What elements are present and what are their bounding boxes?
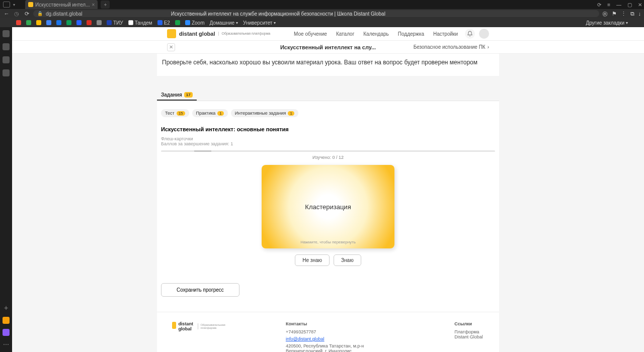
user-avatar[interactable] (479, 29, 489, 39)
footer-contacts-col: Контакты +74993257787 info@distant.globa… (286, 321, 394, 352)
bookmark-icon[interactable]: ⚑ (612, 11, 617, 17)
links-heading: Ссылки (454, 321, 484, 326)
window-titlebar: ▾ Искусственный интел... × + ⟳ ≡ — ▢ ✕ (0, 0, 644, 9)
close-window-icon[interactable]: ✕ (638, 2, 642, 8)
lock-icon: 🔒 (37, 11, 43, 16)
lesson-title: Искусственный интеллект на слу... (280, 44, 376, 50)
flashcard[interactable]: Кластеризация Нажмите, чтобы перевернуть (262, 165, 394, 248)
progress-text: Изучено: 0 / 12 (161, 155, 495, 160)
bookmark-tiu[interactable]: ТИУ (107, 20, 123, 26)
contacts-heading: Контакты (286, 321, 394, 326)
dont-know-button[interactable]: Не знаю (295, 254, 330, 266)
bookmarks-bar: ТИУ Тандем E2 Zoom Домашние ▾ Университе… (0, 18, 644, 27)
sidebar-item[interactable] (3, 30, 10, 37)
footer-links-col: Ссылки Платформа Distant Global (454, 321, 484, 352)
app-logo[interactable]: distant global Образовательная платформа (167, 29, 270, 38)
pill-practice[interactable]: Практика 1 (192, 109, 228, 117)
bookmark-item[interactable] (56, 20, 61, 25)
bookmark-folder-home[interactable]: Домашние ▾ (209, 20, 238, 26)
bookmark-item[interactable] (46, 20, 51, 25)
sidebar-item[interactable] (3, 69, 10, 76)
footer-logo-icon (172, 322, 176, 329)
close-lesson-icon[interactable]: ✕ (167, 43, 175, 51)
close-tab-icon[interactable]: × (92, 2, 95, 8)
history-icon[interactable]: ◷ (13, 10, 20, 17)
sidebar-item[interactable] (3, 56, 10, 63)
footer-logo-text: distant global (178, 321, 196, 331)
bookmark-item[interactable] (87, 20, 92, 25)
app-icon[interactable] (3, 2, 10, 8)
bookmark-tandem[interactable]: Тандем (128, 20, 152, 26)
logo-subtitle: Образовательная платформа (218, 32, 271, 36)
bookmark-item[interactable] (175, 20, 180, 25)
save-progress-button[interactable]: Сохранить прогресс (161, 283, 239, 297)
app-nav: Мое обучение Каталог Календарь Поддержка… (294, 31, 458, 37)
sidebar-add-icon[interactable]: + (4, 304, 8, 312)
maximize-icon[interactable]: ▢ (627, 2, 632, 8)
tasks-count-badge: 17 (184, 92, 193, 98)
next-lesson-link[interactable]: Безопасное использование ПК › (414, 44, 489, 50)
know-button[interactable]: Знаю (334, 254, 361, 266)
browser-sidebar: + ⋯ (0, 27, 12, 352)
pill-test[interactable]: Тест 15 (161, 109, 189, 117)
nav-my-learning[interactable]: Мое обучение (294, 31, 327, 37)
page-footer: distant global Образовательная платформа… (157, 312, 499, 352)
pill-interactive[interactable]: Интерактивные задания 1 (231, 109, 298, 117)
favicon-icon (28, 2, 33, 7)
bookmark-item[interactable] (26, 20, 31, 25)
page-title: Искусственный интеллект на службе информ… (171, 11, 385, 17)
sidebar-item[interactable] (3, 43, 10, 50)
reload-icon[interactable]: ⟳ (23, 10, 30, 17)
task-type-pills: Тест 15 Практика 1 Интерактивные задания… (161, 109, 495, 117)
page-viewport: distant global Образовательная платформа… (12, 27, 644, 352)
minimize-icon[interactable]: — (616, 2, 621, 8)
bookmark-zoom[interactable]: Zoom (185, 20, 205, 26)
new-tab-button[interactable]: + (101, 1, 110, 9)
sidebar-item[interactable] (3, 317, 10, 324)
bookmark-item[interactable] (76, 20, 82, 25)
flashcard-term: Кластеризация (305, 203, 351, 211)
platform-link[interactable]: Платформа Distant Global (454, 329, 484, 339)
logo-text: distant global (179, 31, 215, 37)
nav-calendar[interactable]: Календарь (363, 31, 388, 37)
instruction-text: Проверьте себя, насколько хорошо вы усво… (157, 54, 499, 76)
bookmark-item[interactable] (97, 20, 102, 25)
footer-logo-col: distant global Образовательная платформа (172, 321, 225, 352)
bookmark-folder-university[interactable]: Университет ▾ (243, 20, 276, 26)
url-text: dg.distant.global (46, 11, 83, 17)
bookmark-item[interactable] (16, 20, 21, 25)
app-header: distant global Образовательная платформа… (12, 27, 644, 41)
sync-icon[interactable]: ⟳ (597, 2, 601, 8)
kebab-icon[interactable]: ⋮ (621, 11, 626, 17)
other-bookmarks[interactable]: Другие закладки ▾ (586, 20, 628, 26)
tasks-tabs: Задания 17 (157, 90, 499, 101)
address-bar[interactable]: 🔒 dg.distant.global Искусственный интелл… (33, 10, 599, 17)
sidebar-more-icon[interactable]: ⋯ (3, 341, 9, 348)
tab-title: Искусственный интел... (35, 2, 90, 8)
section-title: Искусственный интеллект: основные поняти… (161, 126, 495, 132)
nav-settings[interactable]: Настройки (433, 31, 458, 37)
extensions-icon[interactable]: ⧉ (630, 11, 634, 17)
notifications-icon[interactable] (465, 29, 475, 39)
tab-tasks[interactable]: Задания 17 (157, 90, 197, 101)
flashcard-hint: Нажмите, чтобы перевернуть (300, 240, 356, 244)
nav-catalog[interactable]: Каталог (336, 31, 354, 37)
tasks-panel: Тест 15 Практика 1 Интерактивные задания… (157, 101, 499, 312)
sidebar-item[interactable] (3, 329, 10, 336)
window-left-controls: ▾ (3, 2, 15, 8)
answer-buttons: Не знаю Знаю (161, 254, 495, 266)
dropdown-icon[interactable]: ▾ (13, 3, 15, 7)
translate-icon[interactable]: ㊗ (602, 10, 608, 18)
lesson-breadcrumb: ✕ Искусственный интеллект на слу... Безо… (12, 41, 644, 54)
bookmark-item[interactable] (36, 20, 41, 25)
progress-bar (161, 150, 495, 152)
menu-icon[interactable]: ≡ (607, 2, 610, 8)
footer-email-link[interactable]: info@distant.global (286, 336, 325, 341)
bookmark-e2[interactable]: E2 (157, 20, 170, 26)
nav-support[interactable]: Поддержка (398, 31, 424, 37)
back-icon[interactable]: ← (3, 10, 10, 17)
bookmark-item[interactable] (66, 20, 71, 25)
browser-tab-active[interactable]: Искусственный интел... × (25, 0, 98, 9)
footer-phone: +74993257787 (286, 329, 394, 334)
download-icon[interactable]: ↓ (638, 11, 641, 17)
